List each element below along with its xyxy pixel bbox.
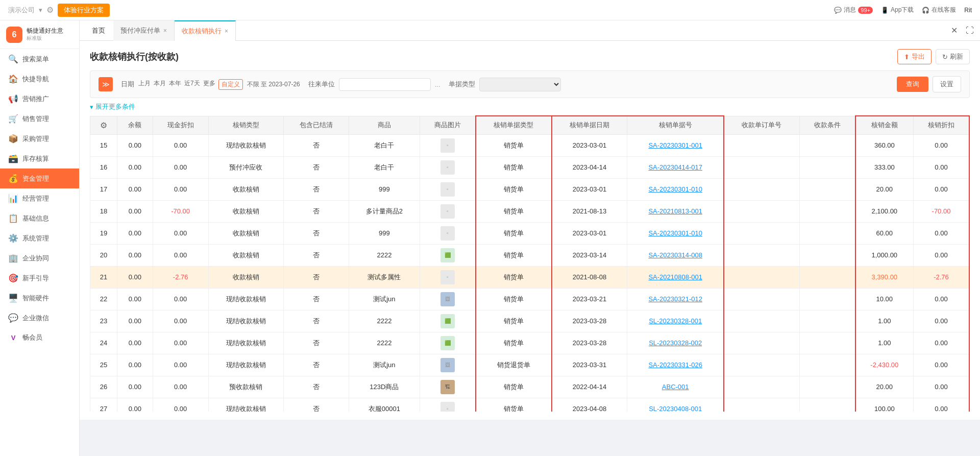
sidebar-item-member[interactable]: V 畅会员: [0, 328, 79, 347]
sidebar-item-shortcuts[interactable]: 🏠 快捷导航: [0, 69, 79, 89]
cell-cancel-bill-no[interactable]: SA-20230301-010: [627, 178, 724, 200]
tab-home[interactable]: 首页: [84, 20, 113, 41]
user-name[interactable]: Rit: [964, 7, 972, 14]
home-icon: 🏠: [8, 74, 18, 84]
cell-cancel-bill-no[interactable]: SL-20230408-001: [627, 398, 724, 412]
sidebar-item-operations[interactable]: 📊 经营管理: [0, 188, 79, 208]
date-custom[interactable]: 自定义: [218, 79, 243, 90]
cell-cancel-bill-no[interactable]: SA-20230301-001: [627, 134, 724, 156]
cell-receipt-order-no: [724, 134, 799, 156]
tab-collection[interactable]: 收款核销执行 ×: [175, 20, 236, 41]
col-settings[interactable]: ⚙: [90, 116, 117, 134]
sidebar-item-system[interactable]: ⚙️ 系统管理: [0, 228, 79, 248]
cell-balance: 0.00: [117, 244, 153, 266]
sidebar-item-purchase[interactable]: 📦 采购管理: [0, 129, 79, 149]
cell-include-settled: 否: [283, 288, 349, 310]
cell-include-settled: 否: [283, 310, 349, 332]
sidebar: 6 畅捷通好生意 标准版 🔍 搜索菜单 🏠 快捷导航 📢 营销推广 🛒 销售管理…: [0, 20, 80, 456]
cell-cash-discount: 0.00: [153, 332, 208, 354]
sidebar-label-operations: 经营管理: [22, 194, 49, 203]
cell-cancel-bill-no[interactable]: SA-20230314-008: [627, 244, 724, 266]
cell-cancel-amount: 1.00: [855, 310, 914, 332]
cell-cancel-bill-no[interactable]: SA-20210813-001: [627, 200, 724, 222]
party-input[interactable]: [339, 78, 431, 91]
tab-prepay[interactable]: 预付冲应付单 ×: [113, 20, 175, 41]
col-settings-icon[interactable]: ⚙: [100, 121, 107, 130]
expand-more-btn[interactable]: ▾ 展开更多条件: [90, 102, 970, 111]
cell-cancel-discount: 0.00: [913, 398, 969, 412]
table-wrapper: ⚙ 余额 现金折扣 核销类型 包含已结清 商品 商品图片 核销单据类型 核销单据…: [90, 115, 970, 412]
member-icon: V: [8, 334, 18, 342]
cell-cancel-bill-no[interactable]: SA-20230321-012: [627, 288, 724, 310]
export-btn[interactable]: ⬆ 导出: [897, 49, 932, 64]
sidebar-item-search[interactable]: 🔍 搜索菜单: [0, 49, 79, 69]
cell-cancel-bill-no[interactable]: SA-20230301-010: [627, 222, 724, 244]
sidebar-item-enterprise[interactable]: 🏢 企业协同: [0, 248, 79, 268]
setting-btn[interactable]: 设置: [933, 76, 961, 92]
operations-icon: 📊: [8, 194, 18, 203]
cell-cancel-discount: 0.00: [913, 134, 969, 156]
sidebar-item-basic[interactable]: 📋 基础信息: [0, 208, 79, 228]
message-area[interactable]: 💬 消息 99+: [834, 6, 873, 14]
app-download[interactable]: 📱 App下载: [881, 6, 914, 14]
cell-cancel-bill-no[interactable]: SL-20230328-002: [627, 332, 724, 354]
query-btn[interactable]: 查询: [897, 77, 928, 92]
online-service[interactable]: 🎧 在线客服: [922, 6, 956, 14]
date-7days[interactable]: 近7天: [184, 79, 200, 90]
settings-icon[interactable]: ⚙: [46, 5, 54, 15]
cell-receipt-order-no: [724, 332, 799, 354]
cell-cancel-bill-date: 2023-03-01: [552, 178, 627, 200]
th-cancel-bill-no: 核销单据号: [627, 116, 724, 134]
close-window-btn[interactable]: ✕: [949, 23, 960, 37]
sidebar-item-guide[interactable]: 🎯 新手引导: [0, 268, 79, 288]
cell-goods-img: ▫: [420, 134, 475, 156]
chevron-down-icon: ▾: [90, 103, 93, 111]
sidebar-item-wechat[interactable]: 💬 企业微信: [0, 308, 79, 328]
cell-cash-discount: 0.00: [153, 134, 208, 156]
sidebar-item-marketing[interactable]: 📢 营销推广: [0, 89, 79, 109]
date-more[interactable]: 更多: [203, 79, 215, 90]
date-this-month[interactable]: 本月: [154, 79, 166, 90]
sidebar-item-inventory[interactable]: 🗃️ 库存核算: [0, 149, 79, 169]
cell-cancel-bill-no[interactable]: SA-20230414-017: [627, 156, 724, 178]
cell-cancel-bill-type: 销货单: [476, 134, 552, 156]
maximize-btn[interactable]: ⛶: [964, 24, 976, 37]
filter-toggle-btn[interactable]: ≫: [99, 77, 113, 91]
cell-goods-img: 🖼: [420, 354, 475, 376]
dropdown-icon[interactable]: ▾: [39, 6, 42, 14]
bill-type-select[interactable]: [479, 78, 561, 91]
sidebar-label-marketing: 营销推广: [22, 94, 49, 104]
cell-cancel-bill-no[interactable]: ABC-001: [627, 376, 724, 398]
cell-goods: 衣服00001: [349, 398, 420, 412]
cell-receipt-condition: [799, 310, 855, 332]
date-last-month[interactable]: 上月: [138, 79, 151, 90]
cell-balance: 0.00: [117, 156, 153, 178]
th-include-settled: 包含已结清: [283, 116, 349, 134]
cell-cancel-amount: 1,000.00: [855, 244, 914, 266]
inventory-icon: 🗃️: [8, 154, 18, 163]
sidebar-item-finance[interactable]: 💰 资金管理: [0, 169, 79, 188]
cell-goods-img: 🖼: [420, 288, 475, 310]
tab-collection-close[interactable]: ×: [225, 28, 228, 35]
cell-cancel-bill-type: 销货退货单: [476, 354, 552, 376]
logo-text-area: 畅捷通好生意 标准版: [27, 27, 63, 42]
wechat-icon: 💬: [8, 313, 18, 323]
cell-receipt-condition: [799, 178, 855, 200]
cell-cancel-type: 现结收款核销: [208, 332, 283, 354]
refresh-btn[interactable]: ↻ 刷新: [936, 49, 970, 64]
cell-balance: 0.00: [117, 354, 153, 376]
date-this-year[interactable]: 本年: [169, 79, 181, 90]
cell-cancel-type: 现结收款核销: [208, 398, 283, 412]
cell-cash-discount: 0.00: [153, 288, 208, 310]
cell-include-settled: 否: [283, 332, 349, 354]
cell-receipt-condition: [799, 266, 855, 288]
cell-cancel-bill-no[interactable]: SL-20230328-001: [627, 310, 724, 332]
cell-cancel-bill-no[interactable]: SA-20210808-001: [627, 266, 724, 288]
export-icon: ⬆: [904, 53, 910, 61]
cell-cash-discount: 0.00: [153, 376, 208, 398]
sidebar-item-sales[interactable]: 🛒 销售管理: [0, 109, 79, 129]
industry-btn[interactable]: 体验行业方案: [58, 4, 110, 17]
cell-cancel-bill-no[interactable]: SA-20230331-026: [627, 354, 724, 376]
tab-prepay-close[interactable]: ×: [163, 27, 167, 34]
sidebar-item-hardware[interactable]: 🖥️ 智能硬件: [0, 288, 79, 308]
